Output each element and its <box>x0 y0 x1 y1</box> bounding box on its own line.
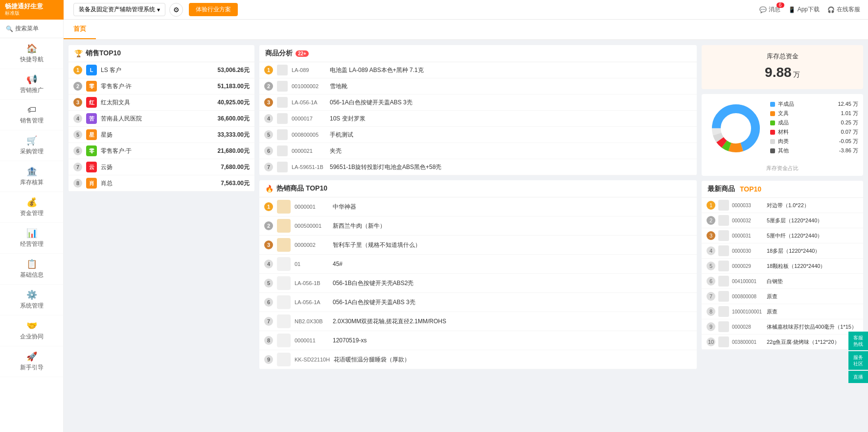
product-image <box>718 230 729 241</box>
trial-button[interactable]: 体验行业方案 <box>189 3 238 16</box>
product-name: 12070519-xs <box>333 337 692 344</box>
logo-sub: 标准版 <box>5 10 43 17</box>
list-item[interactable]: 1 0000033 对边带（1.0*22） <box>702 198 863 213</box>
list-item[interactable]: 9 KK-SD22110H 花语暖恒温分腿睡袋（厚款） <box>259 350 697 369</box>
rank-number: 2 <box>73 82 82 91</box>
table-row[interactable]: 1 LA-089 电池盖 LA-089 ABS本色+黑种 7.1克 <box>259 62 697 78</box>
rank-number: 7 <box>264 163 273 171</box>
table-row[interactable]: 2 零 零售客户·许 51,183.00元 <box>69 78 254 95</box>
online-service-button[interactable]: 🎧 在线客服 <box>827 5 860 14</box>
table-row[interactable]: 8 肖 肖总 7,563.00元 <box>69 175 254 192</box>
sidebar-item-quick-nav[interactable]: 🏠快捷导航 <box>0 38 63 69</box>
table-row[interactable]: 7 云 云扬 7,680.00元 <box>69 159 254 175</box>
product-name: 原查 <box>767 308 858 315</box>
list-item[interactable]: 5 LA-056-1B 056-1B白色按键开关壳ABS2壳 <box>259 274 697 293</box>
product-name: 电池盖 LA-089 ABS本色+黑种 7.1克 <box>330 66 692 74</box>
finance-icon: 💰 <box>26 197 37 208</box>
sidebar-item-marketing[interactable]: 📢营销推广 <box>0 69 63 100</box>
product-code: LA-089 <box>292 67 326 73</box>
product-code: 001000002 <box>292 83 326 89</box>
message-badge: 6 <box>777 2 784 8</box>
product-code: 0000017 <box>292 116 326 121</box>
table-row[interactable]: 4 苦 苦南县人民医院 36,600.00元 <box>69 111 254 127</box>
table-row[interactable]: 3 LA-056-1A 056-1A白色按键开关盖ABS 3壳 <box>259 95 697 111</box>
rank-number: 3 <box>264 240 273 249</box>
legend-value: -0.05 万 <box>839 138 858 145</box>
app-download-button[interactable]: 📱 App下载 <box>788 5 820 14</box>
product-name: 056-1B白色按键开关壳ABS2壳 <box>333 279 692 288</box>
list-item[interactable]: 3 0000002 智利车子里（规格不知道填什么） <box>259 236 697 255</box>
inventory-legend: 半成品 12.45 万 文具 1.01 万 成品 0.25 万 材料 0.07 … <box>770 100 858 156</box>
legend-item: 半成品 12.45 万 <box>770 100 858 108</box>
list-item[interactable]: 1 0000001 中华神器 <box>259 197 697 216</box>
marketing-icon: 📢 <box>26 74 37 85</box>
sidebar-item-inventory[interactable]: 🏦库存核算 <box>0 161 63 192</box>
list-item[interactable]: 2 000500001 新西兰牛肉（新牛） <box>259 216 697 236</box>
list-item[interactable]: 2 0000032 5厘多层（1220*2440） <box>702 213 863 228</box>
avatar: 红 <box>86 97 97 108</box>
sidebar-label-basic: 基础信息 <box>20 271 44 279</box>
product-name: 体械嘉枝味苏打饮品400毫升（1*15） <box>767 323 858 331</box>
table-row[interactable]: 6 0000021 夹壳 <box>259 143 697 159</box>
sidebar-item-finance[interactable]: 💰资金管理 <box>0 192 63 223</box>
list-item[interactable]: 7 NB2.0X30B 2.0X30MM双搓花轴,搓花直径2.1MM/ROHS <box>259 312 697 331</box>
sidebar-item-sales[interactable]: 🏷销售管理 <box>0 100 63 130</box>
table-row[interactable]: 4 0000017 10S 变封罗浆 <box>259 111 697 127</box>
list-item[interactable]: 5 0000029 18颗粒板（1220*2440） <box>702 259 863 274</box>
rank-number: 5 <box>73 130 82 139</box>
inventory-amount: 9.88 <box>765 65 792 80</box>
sidebar-item-operations[interactable]: 📊经营管理 <box>0 223 63 254</box>
sidebar-item-enterprise[interactable]: 🤝企业协同 <box>0 315 63 346</box>
nav-tabs: 首页 <box>64 20 868 40</box>
list-item[interactable]: 8 10000100001 原查 <box>702 304 863 319</box>
rank-number: 2 <box>264 82 273 91</box>
inventory-icon: 🏦 <box>26 166 37 177</box>
table-row[interactable]: 3 红 红太阳文具 40,925.00元 <box>69 95 254 111</box>
list-item[interactable]: 4 01 45# <box>259 255 697 274</box>
list-item[interactable]: 9 0000028 体械嘉枝味苏打饮品400毫升（1*15） <box>702 319 863 335</box>
sidebar-item-basic[interactable]: 📋基础信息 <box>0 254 63 285</box>
legend-dot <box>770 111 775 116</box>
list-item[interactable]: 4 0000030 18多层（1220*2440） <box>702 243 863 259</box>
rank-number: 4 <box>264 114 273 123</box>
table-row[interactable]: 2 001000002 雪地靴 <box>259 78 697 95</box>
table-row[interactable]: 1 L LS 客户 53,006.26元 <box>69 62 254 78</box>
list-item[interactable]: 10 003800001 22g鱼豆腐·烧烤味（1*12*20） <box>702 335 863 350</box>
float-service-button[interactable]: 服务 社区 <box>848 351 868 370</box>
legend-dot <box>770 130 775 135</box>
table-row[interactable]: 5 000800005 手机测试 <box>259 127 697 143</box>
new-products-list: 1 0000033 对边带（1.0*22） 2 0000032 5厘多层（122… <box>702 198 863 350</box>
search-menu-button[interactable]: 🔍 搜索菜单 <box>0 20 63 38</box>
sidebar-label-operations: 经营管理 <box>20 240 44 248</box>
product-image <box>277 200 291 214</box>
product-code: LA-056-1A <box>295 299 329 305</box>
sidebar-item-guide[interactable]: 🚀新手引导 <box>0 346 63 377</box>
product-image <box>277 276 291 290</box>
float-service-button[interactable]: 直播 <box>848 371 868 383</box>
customer-name: 零售客户·于 <box>101 147 214 155</box>
system-select[interactable]: 装备及固定资产辅助管理系统 ▾ <box>73 3 165 16</box>
product-code: LA-59651-1B <box>292 164 326 170</box>
legend-item: 成品 0.25 万 <box>770 119 858 126</box>
table-row[interactable]: 5 星 星扬 33,333.00元 <box>69 127 254 143</box>
tab-home[interactable]: 首页 <box>64 20 96 39</box>
sidebar-item-purchase[interactable]: 🛒采购管理 <box>0 130 63 161</box>
legend-value: -3.86 万 <box>839 147 858 154</box>
product-name: 10S 变封罗浆 <box>330 115 692 123</box>
sidebar-label-purchase: 采购管理 <box>20 147 44 156</box>
rank-number: 2 <box>707 216 715 225</box>
list-item[interactable]: 6 004100001 白钢垫 <box>702 274 863 289</box>
list-item[interactable]: 6 LA-056-1A 056-1A白色按键开关盖ABS 3壳 <box>259 293 697 312</box>
list-item[interactable]: 8 0000011 12070519-xs <box>259 331 697 350</box>
settings-button[interactable]: ⚙ <box>169 3 183 17</box>
sidebar-item-system[interactable]: ⚙️系统管理 <box>0 285 63 315</box>
list-item[interactable]: 3 0000031 5厘中纤（1220*2440） <box>702 228 863 243</box>
table-row[interactable]: 7 LA-59651-1B 59651-1B旋转投影灯电池盒ABS黑色+58壳 <box>259 159 697 175</box>
product-name: 对边带（1.0*22） <box>767 202 858 209</box>
product-code: 0000028 <box>732 324 764 330</box>
message-button[interactable]: 💬 消息 6 <box>759 5 780 14</box>
float-service-button[interactable]: 客服 热线 <box>848 332 868 350</box>
table-row[interactable]: 6 零 零售客户·于 21,680.00元 <box>69 143 254 159</box>
list-item[interactable]: 7 000800008 原查 <box>702 289 863 304</box>
customer-name: 星扬 <box>101 131 214 139</box>
